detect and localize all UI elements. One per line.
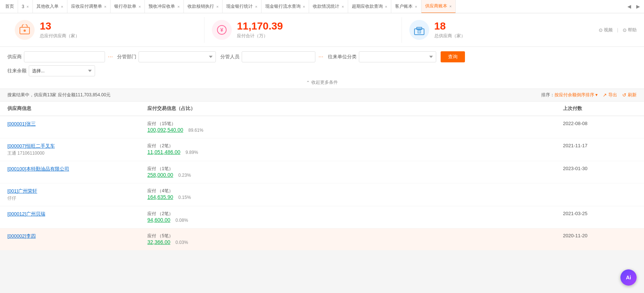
refresh-button[interactable]: ↺ 刷新 [622,92,637,98]
nav-tab-collect-stat[interactable]: 收款情况统计× [309,0,348,13]
stat-item-total-ap-suppliers: 13总应付供应商（家） [7,17,204,43]
nav-tab-overdue-collect[interactable]: 超期应收款查询× [348,0,391,13]
last-pay-col-row-000100: 2023-01-30 [563,166,637,171]
help-link[interactable]: ⊙ 帮助 [623,27,637,33]
person-more-icon[interactable]: ··· [318,54,323,60]
sort-label[interactable]: 排序：按应付余额倒序排序 ▾ [541,92,598,98]
refresh-label[interactable]: 刷新 [628,92,637,98]
header-last-pay: 上次付数 [563,105,637,112]
query-button[interactable]: 查询 [441,51,465,62]
close-tab-cash-bank-flow[interactable]: × [303,4,305,9]
nav-tab-advance-collect[interactable]: 预收冲应收单× [145,0,183,13]
transaction-col-row-000007: 应付 （2笔）11,051,486.009.89% [147,143,563,155]
tx-amount[interactable]: 100,092,540.00 [147,127,183,133]
person-label: 分管人员 [220,54,239,60]
supplier-more-icon[interactable]: ··· [108,54,113,60]
collapse-button[interactable]: ⌃ 收起更多条件 [7,78,637,86]
close-tab-bank-deposit[interactable]: × [139,4,141,9]
balance-label: 往来余额 [7,68,27,74]
close-tab-collect-stat[interactable]: × [342,4,344,9]
table-body: [000001]张三应付 （15笔）100,092,540.0089.61%20… [0,116,644,251]
last-pay-col-row-000012: 2021-03-25 [563,211,637,216]
top-nav: 首页3×其他收入单×应收应付调整单×银行存款单×预收冲应收单×收款核销执行×现金… [0,0,644,13]
nav-prev-arrow[interactable]: ◀ [625,0,634,13]
tx-percent: 0.08% [175,218,188,223]
svg-text:¥: ¥ [220,27,223,33]
tx-amount[interactable]: 94,600.00 [147,217,170,223]
collapse-icon: ⌃ [306,80,310,85]
sort-value[interactable]: 按应付余额倒序排序 ▾ [554,92,598,97]
tx-percent: 0.23% [178,173,191,178]
last-pay-col-row-000001: 2022-08-08 [563,121,637,126]
nav-tab-supplier-account[interactable]: 供应商账本× [421,0,456,13]
tx-label: 应付 （15笔） [147,121,563,127]
supplier-name-link[interactable]: [000100]本特勤油品有限公司 [7,166,69,172]
supplier-name-link[interactable]: [001]广州荣轩 [7,188,37,194]
supplier-input[interactable] [24,51,105,62]
help-icon: ⊙ [623,27,627,33]
nav-tab-bank-deposit[interactable]: 银行存款单× [111,0,145,13]
dept-filter: 分管部门 [117,51,216,62]
tx-label: 应付 （5笔） [147,233,563,239]
unit-category-select[interactable] [359,51,436,62]
export-icon: ↗ [603,92,607,98]
export-label[interactable]: 导出 [608,92,617,98]
close-tab-collect-verify[interactable]: × [216,4,218,9]
close-tab-cash-bank-stat[interactable]: × [255,4,257,9]
supplier-name-link[interactable]: [000001]张三 [7,121,36,127]
tx-amount[interactable]: 164,635.90 [147,194,173,200]
balance-select[interactable]: 选择... [29,65,95,76]
dept-select[interactable] [139,51,216,62]
tx-amount[interactable]: 258,000.00 [147,172,173,178]
table-row: [000100]本特勤油品有限公司应付 （1笔）258,000.000.23%2… [0,161,644,183]
stat-value-total-ap-suppliers: 13 [40,21,80,32]
stat-item-total-suppliers: 18总供应商（家） [402,17,599,43]
nav-tab-cash-bank-flow[interactable]: 现金银行流水查询× [262,0,309,13]
close-tab-overdue-collect[interactable]: × [385,4,387,9]
help-label[interactable]: 帮助 [628,27,637,33]
nav-tab-tab3[interactable]: 3× [18,0,33,13]
export-button[interactable]: ↗ 导出 [603,92,617,98]
video-label[interactable]: 视频 [604,27,613,33]
ai-button[interactable]: Ai [620,269,637,286]
transaction-col-row-000100: 应付 （1笔）258,000.000.23% [147,166,563,178]
close-tab-other-income[interactable]: × [61,4,63,9]
supplier-name-link[interactable]: [000012]广州贝瑞 [7,211,45,217]
table-row: [000007]恒旺二手叉车王通 17106110000应付 （2笔）11,05… [0,138,644,161]
nav-tab-home[interactable]: 首页 [1,0,18,13]
tx-amount[interactable]: 32,366.00 [147,239,170,245]
tx-label: 应付 （1笔） [147,166,563,172]
transaction-col-row-000001: 应付 （15笔）100,092,540.0089.61% [147,121,563,133]
close-tab-advance-collect[interactable]: × [177,4,179,9]
nav-tab-collect-verify[interactable]: 收款核销执行× [184,0,223,13]
close-tab-supplier-account[interactable]: × [449,4,452,8]
supplier-name-link[interactable]: [000007]恒旺二手叉车 [7,143,55,149]
person-input[interactable] [242,51,315,62]
tx-label: 应付 （2笔） [147,143,563,149]
close-tab-customer-account[interactable]: × [415,4,417,9]
close-tab-ar-adjust[interactable]: × [104,4,106,9]
nav-tab-customer-account[interactable]: 客户账本× [391,0,421,13]
tx-amount[interactable]: 11,051,486.00 [147,149,181,155]
tx-percent: 9.89% [186,150,198,155]
table-row: [000012]广州贝瑞应付 （2笔）94,600.000.08%2021-03… [0,206,644,228]
supplier-col-row-001: [001]广州荣轩仔仔 [7,188,147,201]
stat-label-total-ap-suppliers: 总应付供应商（家） [40,33,80,39]
supplier-col-row-000012: [000012]广州贝瑞 [7,211,147,217]
stat-helper: ⊙ 视频 | ⊙ 帮助 [599,27,637,33]
transaction-col-row-000012: 应付 （2笔）94,600.000.08% [147,211,563,223]
supplier-name-link[interactable]: [000002]李四 [7,233,36,239]
nav-tab-cash-bank-stat[interactable]: 现金银行统计× [223,0,261,13]
header-transaction: 应付交易信息（占比） [147,105,563,112]
supplier-col-row-000100: [000100]本特勤油品有限公司 [7,166,147,172]
video-link[interactable]: ⊙ 视频 [599,27,613,33]
close-tab-tab3[interactable]: × [27,4,29,9]
nav-tab-other-income[interactable]: 其他收入单× [33,0,67,13]
collapse-label: 收起更多条件 [311,79,338,86]
result-actions: 排序：按应付余额倒序排序 ▾ ↗ 导出 ↺ 刷新 [541,92,637,98]
table-row: [001]广州荣轩仔仔应付 （4笔）164,635.900.15% [0,183,644,206]
ai-label[interactable]: Ai [626,275,631,280]
stat-label-total-ap-amount: 应付合计（万） [237,33,283,39]
nav-tab-ar-adjust[interactable]: 应收应付调整单× [67,0,111,13]
nav-next-arrow[interactable]: ▶ [634,0,643,13]
